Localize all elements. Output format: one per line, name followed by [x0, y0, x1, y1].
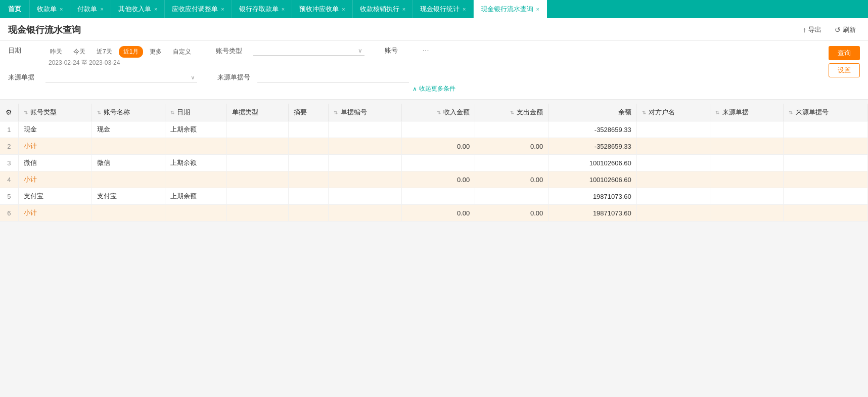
- nav-close-icon[interactable]: ×: [154, 6, 157, 12]
- refresh-button[interactable]: ↺ 刷新: [831, 23, 860, 36]
- row-date: 上期余额: [165, 121, 226, 138]
- nav-item-home[interactable]: 首页: [0, 0, 30, 18]
- source-doc-select[interactable]: ∨: [45, 73, 197, 82]
- col-expense[interactable]: ⇅ 支出金额: [475, 104, 549, 121]
- row-counterparty: [636, 205, 710, 222]
- col-source-doc-no[interactable]: ⇅ 来源单据号: [784, 104, 868, 121]
- nav-item-prepaid[interactable]: 预收冲应收单 ×: [292, 0, 352, 18]
- source-doc-chevron-icon: ∨: [191, 74, 195, 81]
- row-counterparty: [636, 188, 710, 205]
- nav-cash-stats-label: 现金银行统计: [420, 5, 460, 14]
- export-button[interactable]: ↑ 导出: [799, 23, 826, 36]
- sort-icon: ⇅: [97, 110, 101, 115]
- account-type-select[interactable]: ∨: [253, 46, 364, 56]
- nav-item-receipts[interactable]: 收款单 ×: [30, 0, 70, 18]
- nav-close-icon[interactable]: ×: [402, 6, 405, 12]
- row-account-type: 现金: [18, 121, 92, 138]
- row-source-doc: [710, 138, 783, 155]
- row-source-doc-no: [784, 188, 868, 205]
- row-income: 0.00: [402, 138, 475, 155]
- col-account-name[interactable]: ⇅ 账号名称: [92, 104, 165, 121]
- date-btn-1month[interactable]: 近1月: [119, 46, 144, 58]
- top-navigation: 首页 收款单 × 付款单 × 其他收入单 × 应收应付调整单 × 银行存取款单 …: [0, 0, 868, 18]
- row-summary: [289, 121, 329, 138]
- sort-icon: ⇅: [789, 110, 793, 115]
- nav-item-bank-deposit[interactable]: 银行存取款单 ×: [232, 0, 292, 18]
- date-btn-7days[interactable]: 近7天: [92, 46, 117, 58]
- nav-close-icon[interactable]: ×: [342, 6, 345, 12]
- row-income: [402, 155, 475, 171]
- row-doc-type: [227, 155, 289, 171]
- nav-item-adjustment[interactable]: 应收应付调整单 ×: [165, 0, 232, 18]
- col-doc-no[interactable]: ⇅ 单据编号: [329, 104, 402, 121]
- row-expense: [475, 188, 549, 205]
- date-btn-more[interactable]: 更多: [145, 46, 166, 58]
- row-expense: 0.00: [475, 171, 549, 188]
- source-doc-no-input[interactable]: [257, 72, 409, 82]
- sort-icon: ⇅: [334, 110, 338, 115]
- nav-prepaid-label: 预收冲应收单: [299, 5, 339, 14]
- date-btn-today[interactable]: 今天: [69, 46, 90, 58]
- col-source-doc[interactable]: ⇅ 来源单据: [710, 104, 783, 121]
- col-date[interactable]: ⇅ 日期: [165, 104, 226, 121]
- nav-item-cash-stats[interactable]: 现金银行统计 ×: [413, 0, 473, 18]
- row-source-doc-no: [784, 121, 868, 138]
- collapse-bar[interactable]: ∧ 收起更多条件: [8, 82, 860, 95]
- nav-close-icon[interactable]: ×: [282, 6, 285, 12]
- col-counterparty[interactable]: ⇅ 对方户名: [636, 104, 710, 121]
- row-summary: [289, 138, 329, 155]
- col-source-doc-no-label: 来源单据号: [796, 108, 829, 116]
- row-balance: -3528659.33: [549, 138, 636, 155]
- nav-home-label: 首页: [8, 5, 21, 14]
- nav-close-icon[interactable]: ×: [60, 6, 63, 12]
- nav-close-icon[interactable]: ×: [463, 6, 466, 12]
- col-settings: ⚙: [0, 104, 18, 121]
- date-btn-yesterday[interactable]: 昨天: [45, 46, 67, 58]
- right-buttons: 查询 设置: [829, 46, 860, 77]
- sort-icon: ⇅: [170, 110, 174, 115]
- col-source-doc-label: 来源单据: [722, 108, 749, 116]
- table-row: 1现金现金上期余额-3528659.33: [0, 121, 868, 138]
- table-row: 5支付宝支付宝上期余额19871073.60: [0, 188, 868, 205]
- date-btn-custom[interactable]: 自定义: [168, 46, 196, 58]
- gear-icon[interactable]: ⚙: [6, 108, 12, 116]
- refresh-label: 刷新: [843, 25, 856, 34]
- header-actions: ↑ 导出 ↺ 刷新: [799, 23, 860, 36]
- row-account-type: 小计: [18, 138, 92, 155]
- row-source-doc: [710, 188, 783, 205]
- col-doc-type-label: 单据类型: [232, 108, 258, 116]
- row-doc-no: [329, 188, 402, 205]
- col-doc-no-label: 单据编号: [341, 108, 367, 116]
- col-account-type-label: 账号类型: [30, 108, 57, 116]
- query-button[interactable]: 查询: [829, 46, 860, 60]
- nav-item-other-income[interactable]: 其他收入单 ×: [111, 0, 165, 18]
- row-account-type: 小计: [18, 205, 92, 222]
- nav-close-icon[interactable]: ×: [100, 6, 103, 12]
- row-account-name: 支付宝: [92, 188, 165, 205]
- nav-close-icon[interactable]: ×: [221, 6, 224, 12]
- row-summary: [289, 171, 329, 188]
- col-income[interactable]: ⇅ 收入金额: [402, 104, 475, 121]
- account-ellipsis-icon[interactable]: ···: [422, 46, 429, 55]
- sort-icon: ⇅: [437, 110, 441, 115]
- row-source-doc: [710, 155, 783, 171]
- settings-button[interactable]: 设置: [829, 63, 860, 77]
- row-settings-col: 1: [0, 121, 18, 138]
- nav-item-cash-flow[interactable]: 现金银行流水查询 ×: [474, 0, 547, 18]
- nav-close-active-icon[interactable]: ×: [536, 6, 539, 12]
- nav-item-collection[interactable]: 收款核销执行 ×: [353, 0, 413, 18]
- row-doc-type: [227, 188, 289, 205]
- row-account-type: 微信: [18, 155, 92, 171]
- row-summary: [289, 188, 329, 205]
- row-balance: 100102606.60: [549, 155, 636, 171]
- row-account-name: [92, 171, 165, 188]
- row-account-name: [92, 138, 165, 155]
- row-settings-col: 5: [0, 188, 18, 205]
- row-account-name: [92, 205, 165, 222]
- col-account-type[interactable]: ⇅ 账号类型: [18, 104, 92, 121]
- nav-item-payments[interactable]: 付款单 ×: [70, 0, 111, 18]
- page-title: 现金银行流水查询: [8, 24, 81, 36]
- page-header: 现金银行流水查询 ↑ 导出 ↺ 刷新: [0, 18, 868, 41]
- filter-area: 日期 昨天 今天 近7天 近1月 更多 自定义 2023-02-24 至 202…: [0, 41, 868, 100]
- nav-other-income-label: 其他收入单: [118, 5, 151, 14]
